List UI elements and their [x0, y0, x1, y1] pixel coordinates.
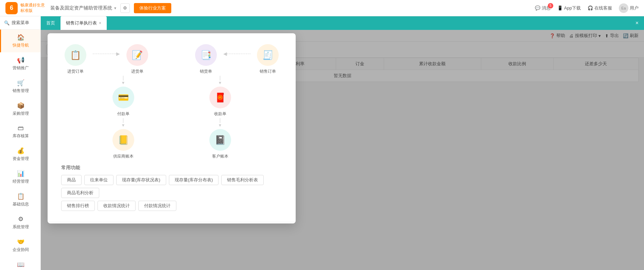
app-download-label: App下载: [564, 5, 581, 11]
supplier-ledger-icon: 📒: [112, 129, 134, 151]
sidebar-item-inventory[interactable]: 🗃 库存核算: [0, 121, 40, 143]
top-bar-left: 6 畅康通好生意 标准版 装备及固定资产辅助管理系统 ▾ ⚙ 体验行业方案: [5, 2, 171, 14]
sidebar-item-system[interactable]: ⚙ 系统管理: [0, 211, 40, 234]
mobile-icon: 📱: [557, 5, 563, 11]
func-btns-row2: 销售排行榜 收款情况统计 付款情况统计: [61, 201, 282, 211]
avatar: Ea: [619, 3, 628, 13]
modal-dialog: 📋 进货订单 ▶: [48, 33, 296, 223]
purchase-order-label: 进货订单: [67, 69, 84, 74]
message-icon: 💬: [535, 5, 540, 11]
sales-bill-label: 销货单: [200, 69, 212, 74]
tab-sales-order-label: 销售订单执行表: [66, 20, 97, 26]
content-area: 首页 销售订单执行表 × × ❓ 帮助 🖨 按: [41, 16, 644, 270]
common-functions: 常用功能 商品 往来单位 现存量(库存状况表) 现存量(库存分布表) 销售毛利分…: [61, 165, 282, 211]
func-btn-sales-rank[interactable]: 销售排行榜: [61, 201, 95, 211]
finance-icon: 💰: [17, 147, 24, 155]
trial-button[interactable]: 体验行业方案: [134, 3, 171, 13]
func-btn-sales-profit[interactable]: 销售毛利分析表: [221, 175, 264, 185]
top-bar: 6 畅康通好生意 标准版 装备及固定资产辅助管理系统 ▾ ⚙ 体验行业方案 💬 …: [0, 0, 644, 16]
online-service-label: 在线客服: [594, 5, 612, 11]
flow-node-sales-bill[interactable]: 📑 销货单: [195, 44, 217, 74]
func-btn-stock-status[interactable]: 现存量(库存状况表): [116, 175, 166, 185]
purchase-order-icon: 📋: [65, 44, 86, 66]
search-menu-label: 搜索菜单: [12, 20, 29, 26]
func-btn-receipt-stats[interactable]: 收款情况统计: [98, 201, 136, 211]
purchase-bill-icon: 📝: [126, 44, 148, 66]
logo-text: 畅康通好生意 标准版: [20, 3, 45, 13]
basic-info-label: 基础信息: [13, 201, 29, 207]
func-btns-row1: 商品 往来单位 现存量(库存状况表) 现存量(库存分布表) 销售毛利分析表 商品…: [61, 175, 282, 198]
supplier-ledger-label: 供应商账本: [113, 154, 134, 159]
quick-nav-label: 快捷导航: [13, 42, 29, 48]
operations-icon: 📊: [17, 170, 24, 177]
flow-node-purchase-order[interactable]: 📋 进货订单: [65, 44, 86, 74]
purchase-label: 采购管理: [13, 111, 29, 116]
func-btn-contacts[interactable]: 往来单位: [84, 175, 114, 185]
common-title: 常用功能: [61, 165, 282, 171]
sidebar-item-marketing[interactable]: 📢 营销推广: [0, 52, 40, 75]
tab-bar-close-button[interactable]: ×: [630, 20, 644, 26]
system-icon: ⚙: [18, 215, 23, 223]
customer-ledger-label: 客户账本: [212, 154, 228, 159]
logo-area: 6 畅康通好生意 标准版: [5, 2, 46, 14]
payment-label: 付款单: [117, 111, 129, 117]
system-dropdown-icon[interactable]: ▾: [114, 6, 116, 11]
page-content: ❓ 帮助 🖨 按模板打印 ▾ ⬆ 导出 🔄 刷新: [41, 30, 644, 270]
system-title-text: 装备及固定资产辅助管理系统: [50, 5, 112, 11]
flow-node-supplier-ledger[interactable]: 📒 供应商账本: [112, 129, 134, 159]
enterprise-icon: 🤝: [17, 238, 24, 246]
func-btn-goods-profit[interactable]: 商品毛利分析: [61, 188, 99, 198]
flow-node-receipt[interactable]: 🧧 收款单: [209, 87, 231, 117]
sales-order-label: 销售订单: [260, 69, 276, 74]
sidebar: 🔍 搜索菜单 🏠 快捷导航 📢 营销推广 🛒 销售管理 📦 采购管理 🗃: [0, 16, 41, 270]
message-button[interactable]: 💬 消息 5: [535, 5, 551, 11]
payment-icon: 💳: [112, 87, 134, 108]
sidebar-item-sales[interactable]: 🛒 销售管理: [0, 75, 40, 98]
sidebar-item-newbie[interactable]: 📖 新手引导: [0, 257, 40, 270]
online-service-button[interactable]: 🎧 在线客服: [588, 5, 612, 11]
avatar-text: Ea: [621, 6, 626, 10]
top-bar-right: 💬 消息 5 📱 App下载 🎧 在线客服 Ea 用户: [535, 3, 639, 13]
sidebar-item-quick-nav[interactable]: 🏠 快捷导航: [0, 30, 40, 52]
modal-scrollbar: ◀ ▶: [48, 222, 296, 223]
user-label: 用户: [630, 5, 639, 11]
quick-nav-icon: 🏠: [17, 34, 24, 41]
flow-node-sales-order[interactable]: 🧾 销售订单: [257, 44, 279, 74]
operations-label: 经营管理: [13, 179, 29, 184]
func-btn-goods[interactable]: 商品: [61, 175, 82, 185]
flow-node-customer-ledger[interactable]: 📓 客户账本: [209, 129, 231, 159]
system-title: 装备及固定资产辅助管理系统 ▾: [50, 5, 116, 11]
sales-icon: 🛒: [17, 79, 24, 87]
func-btn-payment-stats[interactable]: 付款情况统计: [138, 201, 176, 211]
sidebar-item-purchase[interactable]: 📦 采购管理: [0, 98, 40, 121]
modal-overlay: 📋 进货订单 ▶: [41, 30, 644, 270]
modal-content: 📋 进货订单 ▶: [48, 33, 296, 222]
marketing-icon: 📢: [17, 56, 24, 64]
tab-bar: 首页 销售订单执行表 × ×: [41, 16, 644, 30]
func-btn-stock-dist[interactable]: 现存量(库存分布表): [169, 175, 219, 185]
inventory-label: 库存核算: [13, 133, 29, 139]
user-button[interactable]: Ea 用户: [619, 3, 639, 13]
marketing-label: 营销推广: [13, 65, 29, 71]
sidebar-item-operations[interactable]: 📊 经营管理: [0, 166, 40, 188]
main-layout: 🔍 搜索菜单 🏠 快捷导航 📢 营销推广 🛒 销售管理 📦 采购管理 🗃: [0, 16, 644, 270]
flow-node-purchase-bill[interactable]: 📝 进货单: [126, 44, 148, 74]
tab-sales-order[interactable]: 销售订单执行表 ×: [60, 16, 107, 30]
sales-order-icon: 🧾: [257, 44, 279, 66]
search-menu-button[interactable]: 🔍 搜索菜单: [0, 16, 40, 30]
sidebar-item-finance[interactable]: 💰 资金管理: [0, 143, 40, 166]
message-badge: 5: [548, 3, 553, 8]
enterprise-label: 企业协同: [13, 247, 29, 253]
sidebar-item-enterprise[interactable]: 🤝 企业协同: [0, 234, 40, 257]
tab-close-icon[interactable]: ×: [99, 21, 101, 25]
tab-home[interactable]: 首页: [41, 16, 60, 30]
finance-label: 资金管理: [13, 156, 29, 162]
inventory-icon: 🗃: [18, 125, 24, 132]
sidebar-item-basic-info[interactable]: 📋 基础信息: [0, 188, 40, 211]
flow-node-payment[interactable]: 💳 付款单: [112, 87, 134, 117]
logo-icon: 6: [5, 2, 18, 14]
purchase-bill-label: 进货单: [131, 69, 143, 74]
app-download-button[interactable]: 📱 App下载: [557, 5, 581, 11]
basic-info-icon: 📋: [17, 193, 24, 200]
settings-button[interactable]: ⚙: [120, 3, 130, 13]
